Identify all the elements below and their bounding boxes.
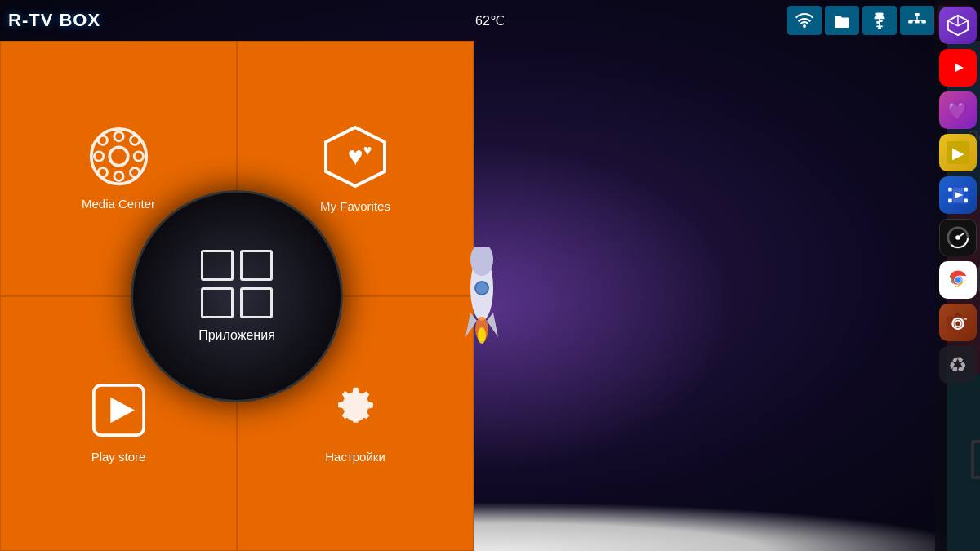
left-panel: Media Center ♥ ♥ My Favorites bbox=[0, 41, 474, 551]
svg-point-20 bbox=[98, 136, 107, 144]
svg-rect-63 bbox=[964, 188, 968, 192]
settings-gear-icon bbox=[329, 384, 382, 440]
svg-rect-79 bbox=[963, 318, 967, 320]
svg-rect-4 bbox=[876, 21, 879, 24]
camera-app-icon[interactable] bbox=[939, 304, 977, 341]
svg-point-71 bbox=[956, 235, 960, 240]
svg-point-21 bbox=[130, 168, 139, 177]
recycle-app-icon[interactable]: ♻ bbox=[939, 346, 977, 384]
recycle-symbol: ♻ bbox=[948, 353, 967, 378]
my-favorites-label: My Favorites bbox=[320, 199, 390, 213]
svg-rect-62 bbox=[948, 188, 952, 192]
svg-text:▶: ▶ bbox=[951, 144, 964, 162]
apps-label: Приложения bbox=[198, 328, 275, 343]
purple-app-icon[interactable]: 💜 bbox=[939, 91, 977, 129]
video-app-icon[interactable] bbox=[939, 176, 977, 214]
svg-point-17 bbox=[114, 172, 122, 181]
svg-rect-6 bbox=[915, 13, 919, 16]
apps-center-circle[interactable]: Приложения bbox=[131, 190, 343, 402]
svg-point-75 bbox=[955, 277, 960, 282]
svg-point-15 bbox=[109, 148, 128, 167]
folder-icon-btn[interactable] bbox=[825, 6, 859, 35]
svg-point-18 bbox=[94, 152, 103, 161]
network-icon-btn[interactable] bbox=[900, 6, 934, 35]
svg-point-16 bbox=[114, 132, 122, 141]
svg-text:♥: ♥ bbox=[348, 141, 363, 171]
svg-rect-1 bbox=[875, 13, 883, 16]
svg-marker-28 bbox=[110, 397, 135, 423]
settings-label: Настройки bbox=[325, 450, 385, 464]
cpu-temperature: 62℃ bbox=[475, 13, 505, 29]
svg-rect-65 bbox=[964, 199, 968, 203]
svg-text:♥: ♥ bbox=[363, 142, 372, 158]
main-content: Media Center ♥ ♥ My Favorites bbox=[0, 41, 935, 551]
top-bar: R-TV BOX 62℃ bbox=[0, 0, 980, 41]
chrome-app-icon[interactable] bbox=[939, 261, 977, 299]
svg-point-19 bbox=[134, 152, 143, 161]
play-store-icon bbox=[92, 384, 145, 440]
apps-grid-icon bbox=[201, 250, 273, 318]
svg-line-56 bbox=[947, 20, 957, 26]
right-sidebar: 💜 ▶ bbox=[935, 0, 980, 551]
svg-marker-33 bbox=[487, 313, 498, 337]
svg-rect-5 bbox=[880, 20, 883, 22]
svg-point-31 bbox=[475, 282, 488, 295]
pacman-app-icon[interactable]: ▶ bbox=[939, 134, 977, 171]
film-reel-icon bbox=[88, 126, 149, 187]
usb-icon-btn[interactable] bbox=[862, 6, 897, 35]
speedtest-app-icon[interactable] bbox=[939, 219, 977, 256]
svg-point-22 bbox=[130, 136, 139, 144]
play-store-label: Play store bbox=[91, 450, 146, 464]
media-center-label: Media Center bbox=[82, 197, 155, 211]
svg-rect-64 bbox=[948, 199, 952, 203]
svg-marker-32 bbox=[466, 313, 477, 337]
rocket-decoration bbox=[461, 41, 502, 551]
wifi-icon-btn[interactable] bbox=[787, 6, 822, 35]
svg-line-55 bbox=[958, 20, 968, 26]
app-logo: R-TV BOX bbox=[8, 10, 100, 31]
svg-point-35 bbox=[478, 327, 486, 344]
cube-app-icon[interactable] bbox=[939, 7, 977, 44]
svg-point-23 bbox=[98, 168, 107, 177]
youtube-app-icon[interactable] bbox=[939, 49, 977, 87]
hexagon-wrapper: ♥ ♥ bbox=[323, 124, 388, 189]
